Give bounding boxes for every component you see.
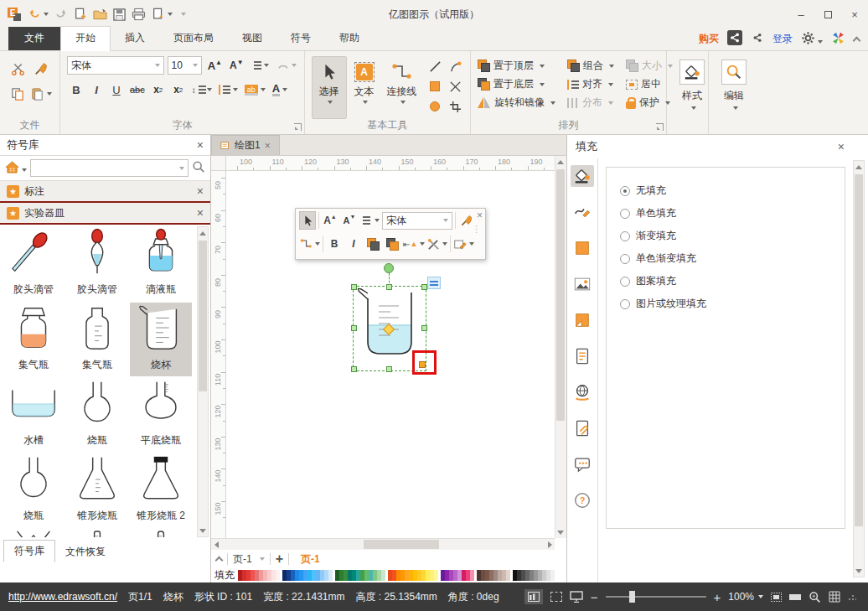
superscript-button[interactable]: x2 — [169, 80, 188, 99]
mini-italic-button[interactable]: I — [345, 235, 362, 253]
redo-button[interactable] — [54, 8, 68, 21]
hyperlink-globe-icon[interactable] — [571, 381, 594, 403]
scroll-thumb[interactable] — [364, 540, 439, 549]
fill-option-无填充[interactable]: 无填充 — [620, 179, 845, 202]
fill-option-图案填充[interactable]: 图案填充 — [620, 270, 845, 293]
mini-select-button[interactable] — [299, 211, 316, 230]
font-color-icon[interactable]: A — [270, 80, 290, 99]
symbol-funnel[interactable] — [3, 529, 65, 537]
fill-option-单色渐变填充[interactable]: 单色渐变填充 — [620, 247, 845, 270]
radio-icon[interactable] — [620, 299, 630, 309]
export-button[interactable] — [152, 8, 173, 21]
grid-icon[interactable] — [829, 591, 840, 603]
search-icon[interactable] — [192, 160, 205, 176]
presentation-icon[interactable] — [570, 591, 583, 603]
select-tool-button[interactable]: 选择 — [312, 56, 347, 119]
save-button[interactable] — [113, 8, 126, 21]
selection-handle-mr[interactable] — [421, 325, 427, 331]
font-name-combo[interactable]: 宋体 — [67, 56, 164, 75]
edit-button[interactable]: 编辑 — [716, 56, 752, 110]
attachment-icon[interactable] — [571, 417, 594, 439]
color-swatch[interactable] — [550, 570, 555, 581]
tab-page-layout[interactable]: 页面布局 — [159, 27, 228, 50]
fill-option-图片或纹理填充[interactable]: 图片或纹理填充 — [620, 293, 845, 315]
symbol-烧杯[interactable]: 烧杯 — [130, 303, 192, 376]
symbol-烧瓶[interactable]: 烧瓶 — [66, 378, 128, 452]
selection-handle-tm[interactable] — [386, 284, 392, 290]
crop-tool-icon[interactable] — [446, 97, 464, 116]
color-swatch[interactable] — [506, 570, 510, 581]
tab-symbol-library[interactable]: 符号库 — [3, 540, 55, 562]
settings-gear-icon[interactable] — [801, 31, 823, 48]
underline-button[interactable]: U — [107, 80, 126, 99]
arrange-front[interactable]: 置于顶层 — [478, 59, 555, 73]
zoom-slider-thumb[interactable] — [629, 591, 635, 603]
symbol-水槽[interactable]: 水槽 — [3, 378, 65, 452]
increase-font-icon[interactable]: A▲ — [205, 56, 224, 75]
radio-icon[interactable] — [620, 231, 630, 241]
buy-button[interactable]: 购买 — [699, 32, 719, 46]
scroll-up-icon[interactable] — [198, 227, 208, 239]
pinwheel-icon[interactable] — [831, 31, 845, 48]
bold-button[interactable]: B — [67, 80, 85, 99]
mini-bold-button[interactable]: B — [326, 235, 343, 253]
minimize-button[interactable]: – — [788, 3, 814, 25]
text-align-icon[interactable] — [249, 56, 271, 75]
color-swatch[interactable] — [328, 570, 333, 581]
close-document-icon[interactable]: × — [265, 140, 271, 152]
open-file-button[interactable] — [93, 8, 107, 21]
radio-icon[interactable] — [620, 254, 630, 264]
line-tool-icon[interactable] — [426, 57, 444, 75]
customize-qat-button[interactable] — [178, 13, 186, 16]
font-dialog-launcher[interactable] — [294, 123, 302, 131]
login-button[interactable]: 登录 — [772, 32, 793, 46]
strikethrough-button[interactable]: abc — [127, 80, 147, 99]
subscript-button[interactable]: x2 — [149, 80, 168, 99]
library-section-labware[interactable]: ★ 实验器皿 × — [0, 203, 210, 225]
rectangle-tool-icon[interactable] — [426, 77, 444, 96]
mini-decrease-font-icon[interactable]: A▼ — [341, 211, 358, 230]
mini-align-shapes-icon[interactable]: ⇤▲ — [403, 235, 425, 253]
symbol-tube[interactable] — [66, 529, 128, 537]
cross-tool-icon[interactable] — [446, 77, 464, 96]
fit-width-icon[interactable] — [789, 594, 801, 600]
line-style-icon[interactable] — [571, 201, 594, 223]
ellipse-tool-icon[interactable] — [426, 97, 444, 116]
rotation-handle[interactable] — [384, 263, 394, 273]
color-swatch[interactable] — [470, 570, 474, 581]
text-arc-icon[interactable] — [275, 56, 299, 75]
color-swatch[interactable] — [434, 570, 438, 581]
close-symbol-library-icon[interactable]: × — [197, 138, 204, 152]
shape-data-icon[interactable] — [571, 345, 594, 367]
radio-icon[interactable] — [620, 209, 630, 219]
share-icon[interactable] — [751, 31, 764, 47]
help-icon[interactable]: ? — [571, 489, 594, 511]
fill-panel-scrollbar[interactable] — [853, 160, 865, 577]
share-box-icon[interactable] — [727, 30, 742, 48]
symbol-平底烧瓶[interactable]: 平底烧瓶 — [130, 378, 192, 452]
mini-shape-format-icon[interactable] — [453, 235, 474, 253]
tab-home[interactable]: 开始 — [60, 26, 111, 51]
scroll-right-icon[interactable] — [545, 539, 555, 550]
undo-button[interactable] — [28, 8, 49, 21]
mini-increase-font-icon[interactable]: A▲ — [322, 211, 338, 230]
decrease-font-icon[interactable]: A▼ — [227, 56, 245, 75]
arrange-align[interactable]: 对齐 — [567, 77, 614, 91]
canvas-vscrollbar[interactable] — [555, 156, 566, 538]
selection-handle-ml[interactable] — [351, 325, 357, 331]
comment-icon[interactable] — [571, 453, 594, 475]
mini-toolbar-close-icon[interactable]: × — [477, 210, 483, 221]
selection-handle-bl[interactable] — [351, 366, 357, 372]
text-block-icon[interactable] — [427, 277, 441, 289]
scroll-down-icon[interactable] — [555, 526, 566, 538]
cut-icon[interactable] — [8, 60, 28, 78]
zoom-select-icon[interactable] — [809, 591, 821, 603]
mini-send-back-icon[interactable] — [384, 235, 400, 253]
highlight-color-icon[interactable]: ab — [242, 80, 268, 99]
line-spacing-icon[interactable]: ↕ — [189, 80, 214, 99]
symbol-锥形烧瓶 2[interactable]: 锥形烧瓶 2 — [130, 453, 192, 527]
fill-option-渐变填充[interactable]: 渐变填充 — [620, 225, 845, 247]
radio-icon[interactable] — [620, 186, 630, 196]
connector-tool-button[interactable]: 连接线 — [381, 56, 421, 119]
copy-icon[interactable] — [8, 85, 28, 103]
